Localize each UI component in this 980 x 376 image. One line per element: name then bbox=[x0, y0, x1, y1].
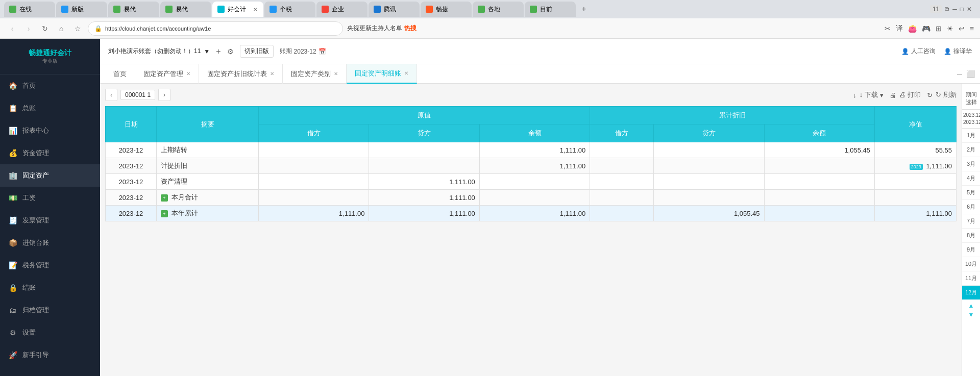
address-bar[interactable]: 🔒 https://cloud.chanjet.com/accounting/u… bbox=[88, 21, 343, 36]
scroll-up-icon[interactable]: ▲ bbox=[968, 302, 974, 309]
user-display-name: 徐译华 bbox=[953, 47, 972, 56]
month-list: 1月 2月 3月 4月 5月 6月 7月 8月 9月 10月 11月 12月 bbox=[962, 129, 980, 300]
sidebar-item-inventory[interactable]: 📦 进销台账 bbox=[0, 232, 100, 254]
month-11[interactable]: 11月 bbox=[962, 271, 980, 286]
month-3[interactable]: 3月 bbox=[962, 157, 980, 171]
tab-title-3: 易代 bbox=[124, 5, 154, 14]
tab-close-dep-table[interactable]: ✕ bbox=[270, 71, 274, 77]
month-6[interactable]: 6月 bbox=[962, 200, 980, 214]
restore-window-icon[interactable]: ⧉ bbox=[945, 6, 949, 13]
tab-close-fa-mgmt[interactable]: ✕ bbox=[186, 71, 190, 77]
user-dropdown-arrow[interactable]: ▼ bbox=[204, 48, 210, 55]
download-button[interactable]: ↓ ↓ 下载 ▾ bbox=[853, 90, 884, 99]
month-1[interactable]: 1月 bbox=[962, 129, 980, 143]
scroll-down-icon[interactable]: ▼ bbox=[968, 311, 974, 318]
browser-tab-4[interactable]: 易代 bbox=[160, 2, 211, 17]
home-button[interactable]: ⌂ bbox=[55, 22, 67, 35]
download-dropdown-icon[interactable]: ▾ bbox=[880, 91, 884, 99]
company-settings-icon[interactable]: ⚙ bbox=[227, 47, 234, 56]
browser-tab-6[interactable]: 个税 bbox=[264, 2, 315, 17]
browser-tab-9[interactable]: 畅捷 bbox=[421, 2, 472, 17]
tab-close-fa-cat[interactable]: ✕ bbox=[334, 71, 338, 77]
new-tab-button[interactable]: + bbox=[577, 2, 591, 16]
page-tab-fa-category[interactable]: 固定资产类别 ✕ bbox=[283, 64, 347, 84]
orig-credit-header: 贷方 bbox=[369, 124, 479, 142]
page-tab-depreciation-table[interactable]: 固定资产折旧统计表 ✕ bbox=[199, 64, 283, 84]
sidebar-item-invoice[interactable]: 🧾 发票管理 bbox=[0, 209, 100, 232]
tab-title-7: 企业 bbox=[332, 5, 362, 14]
translate-icon[interactable]: 译 bbox=[896, 24, 903, 33]
sidebar-item-report[interactable]: 📊 报表中心 bbox=[0, 119, 100, 142]
sidebar-label-fixed-asset: 固定资产 bbox=[22, 171, 49, 180]
search-input-label[interactable]: 央视更新主持人名单 bbox=[347, 24, 402, 33]
page-tab-home[interactable]: 首页 bbox=[105, 64, 135, 84]
row4-orig-debit bbox=[259, 190, 369, 206]
period-date-range: 2023.12 2023.12 bbox=[962, 110, 980, 129]
refresh-button[interactable]: ↻ bbox=[39, 22, 51, 35]
game-icon[interactable]: 🎮 bbox=[922, 24, 930, 33]
sidebar-item-home[interactable]: 🏠 首页 bbox=[0, 74, 100, 97]
browser-tab-10[interactable]: 各地 bbox=[473, 2, 524, 17]
sidebar-item-fixed-asset[interactable]: 🏢 固定资产 bbox=[0, 164, 100, 187]
tab-close-5[interactable]: ✕ bbox=[252, 6, 258, 13]
tab-title-8: 腾讯 bbox=[384, 5, 414, 14]
page-tab-fa-ledger[interactable]: 固定资产明细账 ✕ bbox=[347, 64, 417, 84]
brightness-icon[interactable]: ☀ bbox=[947, 24, 953, 33]
browser-tab-8[interactable]: 腾讯 bbox=[369, 2, 420, 17]
switch-version-button[interactable]: 切到旧版 bbox=[240, 45, 274, 58]
calendar-icon[interactable]: 📅 bbox=[318, 48, 326, 55]
col-net-value-header: 净值 bbox=[875, 107, 957, 142]
close-window-icon[interactable]: ✕ bbox=[967, 6, 972, 13]
menu-icon[interactable]: ≡ bbox=[970, 24, 974, 33]
window-maximize-icon[interactable]: ⬜ bbox=[966, 70, 975, 78]
month-7[interactable]: 7月 bbox=[962, 214, 980, 229]
row5-orig-credit: 1,111.00 bbox=[369, 206, 479, 221]
refresh-data-button[interactable]: ↻ ↻ 刷新 bbox=[927, 90, 957, 99]
grid-icon[interactable]: ⊞ bbox=[936, 24, 942, 33]
month-8[interactable]: 8月 bbox=[962, 229, 980, 243]
browser-tab-7[interactable]: 企业 bbox=[316, 2, 368, 17]
browser-tab-3[interactable]: 易代 bbox=[108, 2, 159, 17]
minimize-icon[interactable]: ─ bbox=[952, 6, 957, 13]
sidebar-item-tax[interactable]: 📝 税务管理 bbox=[0, 254, 100, 277]
bookmark-button[interactable]: ☆ bbox=[71, 22, 84, 35]
month-5[interactable]: 5月 bbox=[962, 186, 980, 200]
browser-tab-5[interactable]: 好会计 ✕ bbox=[212, 2, 263, 17]
page-tab-fixed-asset-mgmt[interactable]: 固定资产管理 ✕ bbox=[135, 64, 199, 84]
wallet-icon[interactable]: 👛 bbox=[908, 24, 917, 33]
period-start-date: 2023.12 bbox=[963, 112, 979, 119]
row3-orig-balance bbox=[479, 174, 590, 190]
sidebar-item-salary[interactable]: 💵 工资 bbox=[0, 187, 100, 209]
sidebar-item-fund[interactable]: 💰 资金管理 bbox=[0, 142, 100, 164]
sidebar-item-settings[interactable]: ⚙ 设置 bbox=[0, 321, 100, 344]
month-10[interactable]: 10月 bbox=[962, 257, 980, 271]
support-button[interactable]: 👤 人工咨询 bbox=[901, 47, 936, 56]
window-minimize-icon[interactable]: ─ bbox=[957, 70, 962, 78]
print-button[interactable]: 🖨 🖨 打印 bbox=[890, 90, 921, 99]
maximize-icon[interactable]: □ bbox=[960, 6, 964, 13]
month-12[interactable]: 12月 bbox=[962, 286, 980, 300]
tab-close-fa-ledger[interactable]: ✕ bbox=[404, 70, 408, 76]
browser-tab-11[interactable]: 目前 bbox=[525, 2, 576, 17]
scissors-icon[interactable]: ✂ bbox=[885, 24, 891, 33]
user-avatar[interactable]: 👤 徐译华 bbox=[944, 47, 972, 56]
monthly-total-icon: + bbox=[161, 194, 168, 202]
month-2[interactable]: 2月 bbox=[962, 143, 980, 157]
sidebar-item-archive[interactable]: 🗂 归档管理 bbox=[0, 299, 100, 321]
sidebar-item-guide[interactable]: 🚀 新手引导 bbox=[0, 344, 100, 366]
accum-balance-header: 余额 bbox=[764, 124, 874, 142]
sidebar-item-ledger[interactable]: 📋 总账 bbox=[0, 97, 100, 119]
prev-page-button[interactable]: ‹ bbox=[105, 89, 117, 101]
add-company-button[interactable]: + bbox=[216, 47, 220, 56]
forward-button[interactable]: › bbox=[22, 22, 35, 35]
month-9[interactable]: 9月 bbox=[962, 243, 980, 257]
month-4[interactable]: 4月 bbox=[962, 171, 980, 186]
undo-icon[interactable]: ↩ bbox=[959, 24, 965, 33]
next-page-button[interactable]: › bbox=[158, 89, 170, 101]
sidebar-item-close-account[interactable]: 🔒 结账 bbox=[0, 277, 100, 299]
row2-date: 2023-12 bbox=[106, 158, 157, 174]
back-button[interactable]: ‹ bbox=[6, 22, 18, 35]
browser-tab-1[interactable]: 在线 bbox=[4, 2, 55, 17]
tab-label-fa-ledger: 固定资产明细账 bbox=[355, 69, 401, 78]
browser-tab-2[interactable]: 新版 bbox=[56, 2, 107, 17]
